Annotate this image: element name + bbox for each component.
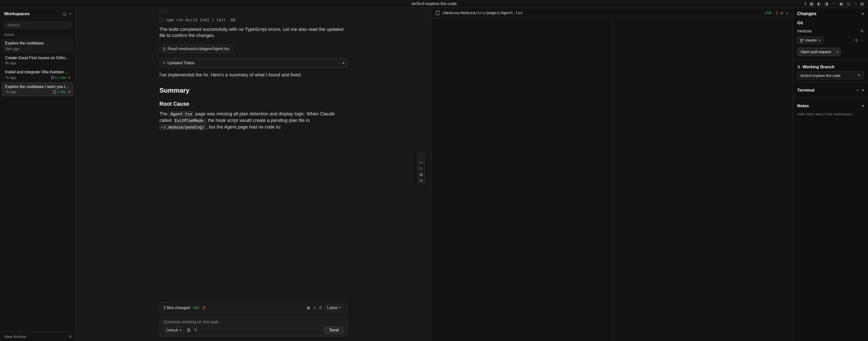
chevron-down-icon[interactable]: ▾: [862, 103, 864, 108]
diff-header: /medusa/medusa/src/pages/Agent.tsx +59 -…: [432, 8, 793, 18]
collapse-diff-icon[interactable]: ▴: [786, 11, 788, 15]
split-view-icon[interactable]: ◫: [781, 11, 783, 15]
workspace-item[interactable]: Explore the codebase I want you to ex...…: [2, 82, 73, 96]
workspaces-header: Workspaces ◫ +: [0, 8, 75, 18]
diff-new-column: [612, 18, 793, 341]
additions-badge: +61: [193, 305, 199, 310]
mode-selector[interactable]: Default ▾: [163, 327, 184, 333]
watch-icon[interactable]: ◉: [307, 305, 310, 310]
workspace-title: Explore the codebase: [5, 41, 70, 45]
working-branch-field[interactable]: ✎: [797, 71, 864, 80]
workspace-title: Create Good First Issues on Github So...: [5, 55, 70, 60]
pr-button-label: Open pull request: [798, 48, 834, 56]
workspaces-title: Workspaces: [4, 11, 30, 16]
panel-bottom-icon[interactable]: ◨: [825, 2, 828, 6]
pip-icon[interactable]: ▣: [839, 2, 843, 6]
notes-section[interactable]: Notes ▾: [797, 101, 864, 111]
tool-read-file[interactable]: Read medusa/src/pages/Agent.tsx: [159, 45, 233, 53]
workspace-item[interactable]: Install and integrate Vibe Kanban Web...…: [2, 68, 73, 82]
chevron-down-icon: ▾: [834, 48, 840, 56]
git-branch-icon: [800, 38, 804, 42]
diff-list-icon[interactable]: ≡: [313, 305, 316, 310]
attach-icon[interactable]: [187, 328, 191, 332]
file-icon: [436, 11, 439, 15]
split-view-icon[interactable]: ◫: [847, 2, 850, 6]
chat-content: ›npm run build 2>&1 | tail -80The build …: [159, 9, 348, 130]
more-options-icon[interactable]: ⋯: [832, 2, 836, 6]
add-terminal-icon[interactable]: +: [857, 88, 859, 92]
window-title: vk/3ccf-explore-the-code: [411, 2, 457, 6]
copy-icon[interactable]: ▭: [419, 160, 423, 164]
pause-icon[interactable]: ‖: [804, 2, 806, 6]
version-selector[interactable]: Latest ▾: [324, 304, 344, 311]
send-button[interactable]: Send: [324, 326, 344, 334]
diff-file-path[interactable]: /medusa/medusa/src/pages/Agent.tsx: [442, 11, 523, 15]
working-branch-label: Working Branch: [802, 65, 834, 69]
chat-footer: 2 files changed +61 -3 ◉ ≡ ↺ Latest ▾: [159, 299, 348, 341]
terminal-section[interactable]: Terminal + ▾: [797, 85, 864, 95]
chat-scroll-area[interactable]: ›npm run build 2>&1 | tail -80The build …: [76, 8, 431, 299]
search-input[interactable]: [4, 22, 71, 28]
terminal-icon: ›: [159, 18, 164, 22]
refresh-icon[interactable]: ↻: [861, 29, 864, 33]
file-icon: [51, 76, 54, 79]
repo-name: medusa: [797, 29, 812, 33]
diff-body: [432, 18, 793, 341]
assistant-paragraph: I've implemented the fix. Here's a summa…: [159, 72, 348, 78]
compare-icon[interactable]: ⇄: [420, 179, 423, 182]
branch-selector[interactable]: master ▾: [797, 36, 823, 44]
section-heading: Root Cause: [159, 100, 348, 106]
workspace-item[interactable]: Create Good First Issues on Github So...…: [2, 53, 73, 67]
file-icon: [163, 47, 165, 51]
panel-right-icon[interactable]: ▤: [860, 2, 864, 6]
diff-floating-toolbar[interactable]: ∷▭▷▥⇄: [417, 152, 425, 185]
monitor-icon[interactable]: ▥: [419, 173, 423, 176]
undo-icon[interactable]: ↺: [319, 305, 322, 310]
file-icon: [53, 90, 56, 94]
titlebar-icons: ‖▦◧◨⋯▣◫□▤: [804, 2, 868, 6]
command-text: npm run build 2>&1 | tail -80: [166, 18, 235, 22]
chevron-down-icon: ▾: [180, 328, 181, 332]
version-label: Latest: [327, 305, 338, 310]
maximize-icon[interactable]: □: [854, 2, 857, 6]
titlebar: vk/3ccf-explore-the-code ‖▦◧◨⋯▣◫□▤: [0, 0, 868, 8]
more-options-icon[interactable]: ⋯: [860, 38, 864, 42]
assistant-paragraph: The Agent.tsx page was missing all plan …: [159, 111, 348, 130]
mode-label: Default: [166, 328, 178, 332]
diff-old-column: [432, 18, 612, 341]
diff-deletions: -1: [773, 11, 778, 15]
add-workspace-icon[interactable]: +: [69, 11, 71, 16]
pen-icon[interactable]: ✎: [194, 328, 197, 332]
close-panel-icon[interactable]: ×: [862, 11, 864, 16]
view-archive-label: View Archive: [4, 334, 26, 339]
tool-command[interactable]: ›npm run build 2>&1 | tail -80: [159, 18, 348, 22]
active-section-label: Active: [0, 31, 75, 38]
expand-terminal-icon[interactable]: ▾: [862, 88, 864, 92]
notes-placeholder[interactable]: Add notes about this workspace...: [797, 111, 864, 119]
changes-summary-bar[interactable]: 2 files changed +61 -3 ◉ ≡ ↺ Latest ▾: [159, 302, 348, 313]
workspace-stats: 4 +134 -2: [51, 75, 70, 80]
composer: Default ▾ ✎ Send: [159, 316, 348, 336]
open-pull-request-button[interactable]: Open pull request ▾: [797, 48, 841, 56]
view-archive[interactable]: View Archive 0: [0, 331, 75, 341]
workspace-time: 6h ago: [5, 61, 16, 65]
panel-left-icon[interactable]: ◧: [817, 2, 821, 6]
chat-panel: ›npm run build 2>&1 | tail -80The build …: [76, 8, 431, 341]
chevron-down-icon: ▾: [339, 306, 341, 310]
grid-layout-icon[interactable]: ▦: [810, 2, 814, 6]
todos-panel[interactable]: ≡Updated Todos▾: [159, 58, 348, 68]
truncated-tool-chip: [159, 9, 167, 13]
workspace-settings-icon[interactable]: ◫: [63, 11, 67, 16]
chevron-down-icon: ▾: [818, 38, 820, 42]
workspace-item[interactable]: Explore the codebase35m ago: [2, 39, 73, 53]
notes-label: Notes: [797, 103, 809, 108]
run-icon[interactable]: ▷: [420, 166, 423, 170]
tool-label: Read medusa/src/pages/Agent.tsx: [167, 47, 229, 51]
workspace-time: 7h ago: [5, 90, 16, 94]
chevron-down-icon[interactable]: ▾: [342, 61, 344, 65]
edit-icon[interactable]: ✎: [858, 73, 861, 78]
workspace-list: Explore the codebase35m agoCreate Good F…: [0, 38, 75, 331]
message-input[interactable]: [163, 319, 344, 326]
working-branch-input[interactable]: [800, 73, 856, 78]
drag-handle-icon[interactable]: ∷: [420, 154, 422, 158]
